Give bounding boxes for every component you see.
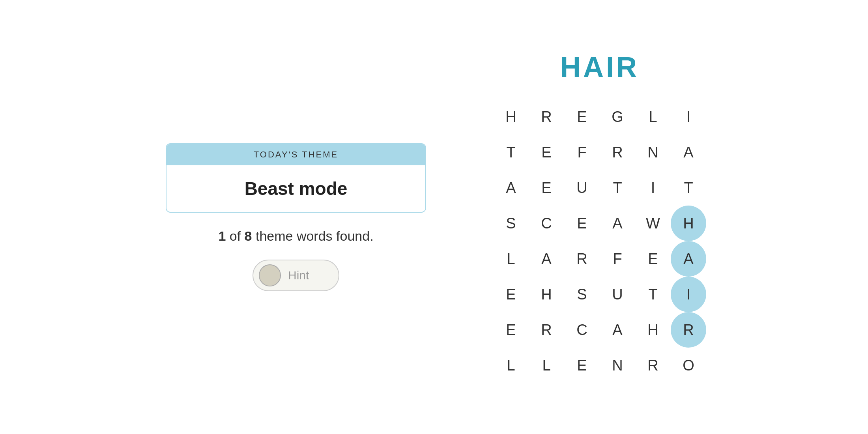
hint-toggle[interactable]: Hint [253, 260, 339, 291]
grid-cell-2-2[interactable]: U [564, 170, 600, 206]
grid-cell-4-1[interactable]: A [529, 241, 564, 277]
grid-cell-7-1[interactable]: L [529, 348, 564, 383]
grid-cell-0-3[interactable]: G [600, 99, 635, 135]
grid-cell-2-4[interactable]: I [635, 170, 671, 206]
toggle-knob [259, 264, 281, 286]
total-count: 8 [245, 228, 252, 243]
grid-cell-0-2[interactable]: E [564, 99, 600, 135]
grid-cell-6-4[interactable]: H [635, 312, 671, 348]
grid-cell-3-0[interactable]: S [493, 206, 529, 241]
grid-cell-3-5[interactable]: H [671, 206, 706, 241]
grid-cell-1-2[interactable]: F [564, 135, 600, 170]
grid-cell-0-5[interactable]: I [671, 99, 706, 135]
grid-cell-1-1[interactable]: E [529, 135, 564, 170]
grid-cell-4-5[interactable]: A [671, 241, 706, 277]
grid-cell-5-1[interactable]: H [529, 277, 564, 312]
grid-cell-4-2[interactable]: R [564, 241, 600, 277]
grid-cell-2-1[interactable]: E [529, 170, 564, 206]
word-search-grid: HREGLITEFRNAAEUTITSCEAWHLARFEAEHSUTIERCA… [493, 99, 706, 383]
grid-cell-1-0[interactable]: T [493, 135, 529, 170]
grid-cell-4-4[interactable]: E [635, 241, 671, 277]
grid-cell-4-0[interactable]: L [493, 241, 529, 277]
grid-cell-2-3[interactable]: T [600, 170, 635, 206]
grid-cell-3-1[interactable]: C [529, 206, 564, 241]
grid-cell-6-5[interactable]: R [671, 312, 706, 348]
grid-cell-5-4[interactable]: T [635, 277, 671, 312]
grid-cell-2-5[interactable]: T [671, 170, 706, 206]
grid-cell-7-5[interactable]: O [671, 348, 706, 383]
found-text: theme words found. [256, 228, 374, 243]
grid-cell-5-3[interactable]: U [600, 277, 635, 312]
grid-cell-7-2[interactable]: E [564, 348, 600, 383]
theme-card: TODAY'S THEME Beast mode [166, 143, 426, 213]
grid-cell-2-0[interactable]: A [493, 170, 529, 206]
grid-cell-0-1[interactable]: R [529, 99, 564, 135]
grid-cell-0-0[interactable]: H [493, 99, 529, 135]
grid-cell-3-3[interactable]: A [600, 206, 635, 241]
grid-cell-7-0[interactable]: L [493, 348, 529, 383]
grid-cell-3-4[interactable]: W [635, 206, 671, 241]
grid-cell-6-0[interactable]: E [493, 312, 529, 348]
grid-cell-6-1[interactable]: R [529, 312, 564, 348]
found-count: 1 [218, 228, 226, 243]
grid-cell-5-0[interactable]: E [493, 277, 529, 312]
grid-cell-7-4[interactable]: R [635, 348, 671, 383]
theme-card-body: Beast mode [166, 165, 425, 212]
main-container: TODAY'S THEME Beast mode 1 of 8 theme wo… [0, 0, 868, 434]
grid-cell-1-3[interactable]: R [600, 135, 635, 170]
grid-cell-1-5[interactable]: A [671, 135, 706, 170]
grid-cell-6-3[interactable]: A [600, 312, 635, 348]
grid-cell-7-3[interactable]: N [600, 348, 635, 383]
grid-cell-6-2[interactable]: C [564, 312, 600, 348]
right-panel: HAIR HREGLITEFRNAAEUTITSCEAWHLARFEAEHSUT… [493, 51, 706, 383]
grid-cell-0-4[interactable]: L [635, 99, 671, 135]
of-text: of [230, 228, 241, 243]
puzzle-title: HAIR [560, 51, 639, 83]
grid-cell-4-3[interactable]: F [600, 241, 635, 277]
grid-cell-1-4[interactable]: N [635, 135, 671, 170]
left-panel: TODAY'S THEME Beast mode 1 of 8 theme wo… [162, 143, 430, 291]
grid-cell-3-2[interactable]: E [564, 206, 600, 241]
hint-label: Hint [288, 269, 309, 282]
words-found: 1 of 8 theme words found. [218, 228, 373, 244]
grid-cell-5-5[interactable]: I [671, 277, 706, 312]
theme-card-header: TODAY'S THEME [166, 144, 425, 165]
grid-cell-5-2[interactable]: S [564, 277, 600, 312]
